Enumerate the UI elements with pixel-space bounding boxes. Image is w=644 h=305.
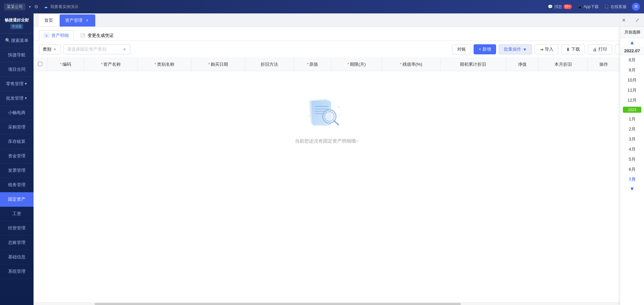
month-item-7[interactable]: 7月 [620,174,644,185]
sidebar-invoice-label: 发票管理 [8,167,25,173]
import-label: 导入 [545,46,553,52]
checkbox-column-header[interactable] [34,58,47,71]
tab-close-icon[interactable]: × [85,18,90,23]
month-panel-year-2022: 2022.07 [620,47,644,55]
tab-home[interactable]: 首页 [39,14,58,27]
empty-state-row: ✦ ✦ ✦ 当前您还没有固定资产明细哦~ [34,71,620,171]
sub-tab-asset-detail[interactable]: ≡ 资产明细 [39,30,74,41]
category-filter-label: 类别 [43,46,51,52]
svg-text:✦: ✦ [308,115,310,117]
month-item-4[interactable]: 4月 [620,144,644,154]
sub-tab-asset-detail-label: 资产明细 [51,33,69,39]
sidebar-item-system[interactable]: 系统管理 [0,264,34,279]
print-button[interactable]: 🖨 打印 [588,44,612,54]
month-item-10[interactable]: 10月 [620,75,644,85]
sidebar-item-ledger[interactable]: 总账管理 [0,236,34,250]
import-icon: ⇥ [540,47,543,52]
app-icon: 📱 [577,4,582,9]
svg-point-8 [325,112,334,121]
batch-label: 批量操作 [504,46,521,52]
month-item-8[interactable]: 8月 [620,55,644,65]
month-item-11[interactable]: 11月 [620,85,644,95]
cloud-icon: ☁ [44,5,48,9]
sidebar-item-inventory[interactable]: 库存核算 [0,135,34,149]
tab-bar: 首页 资产管理 × ✕ ⤢ [34,13,644,27]
month-item-12[interactable]: 12月 [620,95,644,105]
sidebar-item-basic[interactable]: 基础信息 [0,250,34,264]
empty-state: ✦ ✦ ✦ 当前您还没有固定资产明细哦~ [34,71,620,171]
sidebar-item-invoice[interactable]: 发票管理 [0,163,34,178]
main-layout: 畅捷通好业财 专业版 🔍 搜索菜单 快捷导航 项目合同 零售管理 ▼ 批发管理 … [0,13,644,305]
headset-icon: 🎧 [604,4,609,9]
month-item-1[interactable]: 1月 [620,114,644,124]
col-original-value: *原值 [294,58,331,71]
col-net-value: 净值 [506,58,538,71]
reconcile-button[interactable]: 对账 [452,44,471,54]
sidebar-tax-label: 税务管理 [8,182,25,188]
table-container[interactable]: *编码 *资产名称 *类别名称 *购买日期 折旧方法 *原值 *期限(月) *残… [34,58,644,302]
horizontal-scrollbar[interactable] [34,302,644,305]
sidebar-item-project[interactable]: 项目合同 [0,62,34,77]
current-year-badge: 2023 [623,107,641,113]
col-residual-rate: *残值率(%) [382,58,440,71]
col-monthly-depreciation: 本月折旧 [538,58,587,71]
sidebar-item-purchase[interactable]: 采购管理 [0,120,34,135]
window-maximize-button[interactable]: ⤢ [631,13,644,27]
scrollbar-thumb[interactable] [95,303,461,305]
brand-name: 畅捷通好业财 [3,17,31,23]
month-item-5[interactable]: 5月 [620,154,644,164]
sidebar-item-salary[interactable]: 工资 [0,207,34,221]
add-button[interactable]: + 新增 [474,44,496,54]
month-item-9[interactable]: 9月 [620,65,644,75]
settings-icon[interactable]: ⚙ [34,4,39,9]
sidebar-item-tax[interactable]: 税务管理 [0,178,34,192]
sidebar-ledger-label: 总账管理 [8,240,25,246]
sidebar-item-management[interactable]: 经营管理 [0,221,34,236]
sidebar-item-quicknav[interactable]: 快捷导航 [0,48,34,62]
message-badge: 99 [564,4,572,9]
sidebar-item-retail[interactable]: 零售管理 ▼ [0,77,34,91]
select-all-checkbox[interactable] [38,62,42,66]
sidebar-item-search[interactable]: 🔍 搜索菜单 [0,34,34,48]
sidebar-item-finance[interactable]: 资金管理 [0,149,34,163]
window-close-button[interactable]: ✕ [617,13,631,27]
sidebar-quicknav-label: 快捷导航 [8,52,25,58]
sidebar-assets-label: 固定资产 [8,196,25,202]
sidebar-item-assets[interactable]: 固定资产 [0,192,34,207]
svg-line-9 [334,121,338,125]
batch-button[interactable]: 批量操作 ▼ [499,44,532,54]
col-name: *资产名称 [84,58,138,71]
category-filter-select[interactable]: 类别 ▼ [39,44,61,54]
top-header: 某某公司 ▼ ⚙ ☁ 我要看实例演示 💬 消息 99 📱 App下载 🎧 在线客… [0,0,644,13]
month-nav-up[interactable]: ▲ [620,38,644,47]
month-nav-down[interactable]: ▼ [620,185,644,193]
home-tab-label: 首页 [44,17,53,23]
month-item-3[interactable]: 3月 [620,134,644,144]
sidebar-system-label: 系统管理 [8,268,25,274]
category-search-input[interactable]: 请选择固定资产类别 ▼ [63,44,130,54]
user-avatar[interactable]: 用 [632,3,640,11]
svg-text:✦: ✦ [340,113,341,115]
month-item-6[interactable]: 6月 [620,164,644,174]
message-button[interactable]: 💬 消息 99 [548,4,572,10]
download-button[interactable]: ⬇ 下载 [561,44,585,54]
month-item-2[interactable]: 2月 [620,124,644,134]
sidebar-ecommerce-label: 小畅电商 [8,110,25,116]
online-service-button[interactable]: 🎧 在线客服 [604,4,627,10]
avatar-text: 用 [634,4,638,9]
demo-link[interactable]: 我要看实例演示 [50,4,78,10]
col-category: *类别名称 [138,58,191,71]
app-download-button[interactable]: 📱 App下载 [577,4,599,10]
company-name[interactable]: 某某公司 [4,3,25,10]
sidebar-item-wholesale[interactable]: 批发管理 ▼ [0,91,34,106]
company-dropdown-icon[interactable]: ▼ [28,5,32,9]
toolbar-right: 对账 + 新增 批量操作 ▼ ⇥ 导入 ⬇ 下载 🖨 [452,44,639,54]
sidebar-wholesale-label: 批发管理 [6,95,23,101]
sub-tab-change-voucher[interactable]: 📄 变更生成凭证 [75,30,119,41]
tab-asset-management[interactable]: 资产管理 × [60,14,95,27]
sidebar-item-ecommerce[interactable]: 小畅电商 [0,106,34,120]
empty-text: 当前您还没有固定资产明细哦~ [295,138,359,144]
import-button[interactable]: ⇥ 导入 [535,44,558,54]
app-download-label: App下载 [584,4,599,10]
filter-input-placeholder: 请选择固定资产类别 [67,46,106,52]
